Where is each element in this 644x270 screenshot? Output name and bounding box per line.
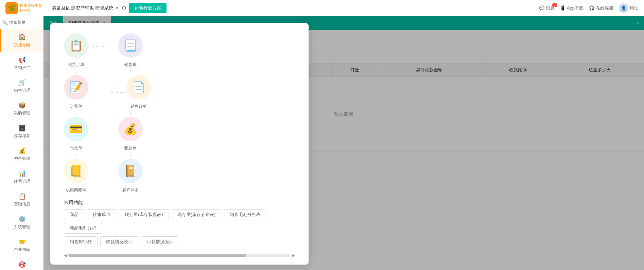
inventory-icon: 🗄️ (18, 124, 26, 132)
online-service-button[interactable]: 🎧 在线客服 (589, 5, 613, 11)
top-bar: 🌿 畅康通好生意 标准版 装备及固定资产辅助管理系统 ▼ ⚙ 体验行业方案 💬 … (0, 0, 644, 16)
finance-icon: 💰 (18, 147, 26, 155)
search-icon: 🔍 (3, 20, 8, 25)
sales-order-icon: 📄 (126, 75, 151, 100)
sales-icon: 🛒 (18, 79, 26, 86)
app-container: 🌿 畅康通好生意 标准版 装备及固定资产辅助管理系统 ▼ ⚙ 体验行业方案 💬 … (0, 0, 644, 270)
sidebar-search[interactable]: 🔍 搜索菜单 (0, 16, 43, 29)
sidebar-item-system[interactable]: ⚙️ 系统管理 (0, 211, 43, 234)
scroll-right-icon[interactable]: ▶ (292, 253, 295, 258)
func-btn-sales-analysis[interactable]: 销售毛利分析表 (224, 209, 266, 220)
marketing-icon: 📢 (18, 56, 26, 64)
logo-text: 畅康通好生意 标准版 (20, 3, 42, 13)
sales-bill-node: 📃 销货单 (118, 33, 143, 68)
beginner-icon: 🎯 (18, 261, 26, 268)
payment-node: 💳 付款单 (64, 117, 88, 151)
sidebar-item-basic-info[interactable]: 📋 基础信息 (0, 188, 43, 211)
top-bar-right: 💬 消息 5 📱 App下载 🎧 在线客服 👤 用友 (539, 3, 639, 13)
trial-button[interactable]: 体验行业方案 (129, 3, 167, 13)
arrow-down-3: ↓ (75, 152, 77, 158)
arrow-down-1: ↓ (75, 68, 77, 74)
basic-info-icon: 📋 (18, 193, 26, 200)
purchase-icon: 📦 (18, 102, 26, 109)
content-area: 首页 销售订单执行表 × × ❓ 帮助 🖨️ 按模板打印 ▼ (43, 16, 644, 270)
payment-icon: 💳 (64, 117, 88, 141)
func-buttons-row1: 商品 往来单位 现存量(库存状况表) 现存量(库存分布表) 销售毛利分析表 商品… (64, 209, 295, 234)
sidebar-item-sales[interactable]: 🛒 销售管理 (0, 75, 43, 97)
flow-connector-left: - - - → (88, 33, 106, 50)
system-icon: ⚙️ (18, 215, 26, 223)
sidebar-item-cooperation[interactable]: 🤝 企业协同 (0, 234, 43, 257)
func-btn-sales-rank[interactable]: 销售排行榜 (64, 236, 98, 247)
logo-icon: 🌿 (5, 2, 18, 14)
customer-ledger-icon: 📔 (118, 159, 143, 183)
avatar: 👤 (619, 3, 628, 13)
cooperation-icon: 🤝 (18, 238, 26, 246)
scroll-area: ◀ ▶ (64, 250, 295, 258)
sidebar-item-marketing[interactable]: 📢 营销推广 (0, 52, 43, 75)
func-btn-stock-status[interactable]: 现存量(库存状况表) (119, 209, 169, 220)
message-badge: 5 (552, 3, 557, 7)
sidebar: 🔍 搜索菜单 🏠 快捷导航 📢 营销推广 🛒 销售管理 📦 采购管理 🗄️ (0, 16, 43, 270)
dashed-right-arrow: ← - - - (110, 89, 125, 95)
main-area: 🔍 搜索菜单 🏠 快捷导航 📢 营销推广 🛒 销售管理 📦 采购管理 🗄️ (0, 16, 644, 270)
online-service-icon: 🎧 (589, 5, 594, 11)
popup-overlay[interactable]: 📋 进货订单 ↓ 📝 进货单 ↓ (43, 16, 644, 270)
func-btn-stock-dist[interactable]: 现存量(库存分布表) (172, 209, 222, 220)
func-btn-product-profit[interactable]: 商品毛利分析 (64, 223, 102, 234)
arrow-down-5: ↓ (129, 110, 132, 116)
sidebar-item-beginner[interactable]: 🎯 新手引导 (0, 257, 43, 270)
common-functions-title: 常用功能 (64, 200, 295, 206)
purchase-bill-icon: 📝 (64, 75, 88, 100)
message-icon: 💬 (539, 5, 544, 11)
func-btn-product[interactable]: 商品 (64, 209, 84, 220)
arrow-down-2: ↓ (75, 110, 77, 116)
purchase-order-icon: 📋 (64, 33, 88, 58)
sidebar-item-purchase[interactable]: 📦 采购管理 (0, 97, 43, 120)
scroll-track (68, 254, 291, 257)
func-btn-unit[interactable]: 往来单位 (87, 209, 116, 220)
flow-diagram: 📋 进货订单 ↓ 📝 进货单 ↓ (64, 33, 295, 193)
operations-icon: 📊 (18, 170, 26, 177)
supplier-ledger-icon: 📒 (64, 159, 88, 183)
app-download-button[interactable]: 📱 App下载 (560, 5, 584, 11)
settings-icon[interactable]: ⚙ (122, 5, 126, 11)
dropdown-arrow-icon[interactable]: ▼ (115, 6, 119, 11)
popup-card: 📋 进货订单 ↓ 📝 进货单 ↓ (50, 23, 309, 265)
scroll-left-icon[interactable]: ◀ (64, 253, 67, 258)
message-button[interactable]: 💬 消息 5 (539, 5, 555, 11)
arrow-down-6: ↓ (129, 152, 132, 158)
logo-area: 🌿 畅康通好生意 标准版 (5, 2, 49, 14)
receipt-icon: 💰 (118, 117, 143, 141)
flow-right-col: 📃 销货单 ↑ ← - - - 📄 销售订单 (110, 33, 151, 193)
supplier-ledger-node: 📒 供应商账本 (64, 159, 88, 193)
sales-order-row: ← - - - 📄 销售订单 (110, 75, 151, 109)
func-btn-payment-stats[interactable]: 付款情况统计 (141, 236, 179, 247)
sales-order-node: 📄 销售订单 (126, 75, 151, 109)
sidebar-item-finance[interactable]: 💰 资金管理 (0, 143, 43, 166)
common-functions: 常用功能 商品 往来单位 现存量(库存状况表) 现存量(库存分布表) 销售毛利分… (64, 200, 295, 247)
receipt-node: 💰 收款单 (118, 117, 143, 151)
func-buttons-row2: 销售排行榜 收款情况统计 付款情况统计 (64, 236, 295, 247)
arrow-down-4: ↑ (129, 68, 132, 74)
user-profile[interactable]: 👤 用友 (619, 3, 639, 13)
sidebar-item-operations[interactable]: 📊 经营管理 (0, 166, 43, 188)
sales-bill-icon: 📃 (118, 33, 143, 58)
app-download-icon: 📱 (560, 5, 565, 11)
dashed-arrow-icon: - - - → (88, 43, 106, 50)
func-btn-collection-stats[interactable]: 收款情况统计 (100, 236, 138, 247)
purchase-order-node: 📋 进货订单 (64, 33, 88, 68)
sidebar-item-quick-nav[interactable]: 🏠 快捷导航 (0, 29, 43, 52)
home-icon: 🏠 (18, 33, 26, 41)
flow-left-col: 📋 进货订单 ↓ 📝 进货单 ↓ (64, 33, 88, 193)
system-title: 装备及固定资产辅助管理系统 (52, 5, 114, 11)
customer-ledger-node: 📔 客户账本 (118, 159, 143, 193)
sidebar-item-inventory[interactable]: 🗄️ 库存核算 (0, 120, 43, 143)
scroll-thumb[interactable] (68, 254, 246, 257)
purchase-bill-node: 📝 进货单 (64, 75, 88, 109)
